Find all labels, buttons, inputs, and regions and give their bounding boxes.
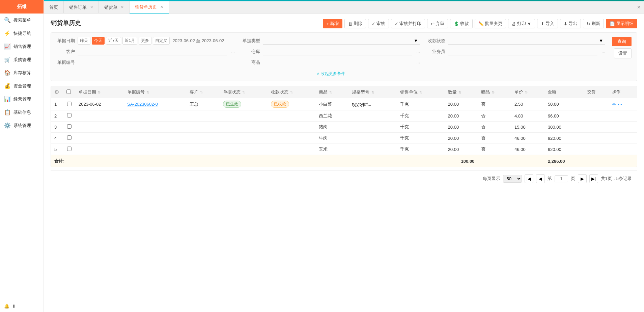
cell-checkbox[interactable]: [63, 144, 75, 155]
doc-no-input[interactable]: [78, 59, 145, 66]
cell-checkbox[interactable]: [63, 133, 75, 144]
audit-print-button[interactable]: ✓ 审核并打印: [391, 19, 425, 28]
filter-row-3: 单据编号 商品 ···: [56, 59, 605, 66]
tab-sales-history-close[interactable]: ✕: [160, 5, 163, 9]
sidebar-item-sys-mgmt[interactable]: ⚙️ 系统管理: [0, 119, 44, 132]
date-custom[interactable]: 自定义: [153, 37, 170, 45]
collapse-btn[interactable]: ∧ 收起更多条件: [56, 70, 605, 77]
payment-status-select[interactable]: ▼: [448, 37, 605, 45]
delete-button[interactable]: 🗑 删除: [344, 19, 366, 28]
salesperson-dots[interactable]: ···: [601, 49, 605, 54]
export-icon: ⬇: [564, 21, 567, 26]
import-icon: ⬆: [541, 21, 544, 26]
col-gift[interactable]: 赠品 ⇅: [478, 86, 511, 98]
new-button[interactable]: + 新增: [323, 19, 343, 28]
col-payment-status[interactable]: 收款状态 ⇅: [268, 86, 315, 98]
tab-home[interactable]: 首页: [44, 1, 64, 14]
customer-input[interactable]: [78, 48, 227, 55]
col-doc-date[interactable]: 单据日期 ⇅: [75, 86, 124, 98]
product-dots[interactable]: ···: [416, 60, 420, 65]
sidebar-item-search-menu[interactable]: 🔍 搜索菜单: [0, 14, 44, 27]
cell-checkbox[interactable]: [63, 122, 75, 133]
cell-product: 小白菜: [315, 98, 349, 110]
page-input[interactable]: [555, 175, 568, 182]
settings-button[interactable]: 设置: [614, 48, 632, 58]
sidebar-item-inventory[interactable]: 🏠 库存核算: [0, 66, 44, 79]
cell-doc-no[interactable]: [124, 110, 186, 122]
cell-transaction: [584, 98, 609, 110]
col-doc-no[interactable]: 单据编号 ⇅: [124, 86, 186, 98]
sidebar-footer-icon1[interactable]: 🔔: [4, 304, 9, 309]
sidebar-item-basic-info[interactable]: 📋 基础信息: [0, 106, 44, 119]
tab-close-all[interactable]: ✕: [637, 5, 644, 10]
tab-sales-order[interactable]: 销售订单 ✕: [64, 1, 99, 14]
warehouse-input[interactable]: [263, 48, 412, 55]
page-first-btn[interactable]: |◀: [525, 174, 533, 183]
col-doc-status[interactable]: 单据状态 ⇅: [220, 86, 268, 98]
total-info: 共1页，5条记录: [601, 176, 632, 182]
cell-doc-no[interactable]: [124, 133, 186, 144]
abandon-button[interactable]: ↩ 弃审: [427, 19, 448, 28]
table-settings-icon[interactable]: ⚙: [54, 89, 59, 95]
page-prev-btn[interactable]: ◀: [536, 174, 545, 183]
date-1month[interactable]: 近1月: [122, 37, 138, 45]
date-7days[interactable]: 近7天: [106, 37, 121, 45]
col-product[interactable]: 商品 ⇅: [315, 86, 349, 98]
cell-doc-no[interactable]: SA-20230602-0: [124, 98, 186, 110]
cell-checkbox[interactable]: [63, 110, 75, 122]
tab-sales-delivery-close[interactable]: ✕: [121, 5, 124, 9]
import-button[interactable]: ⬆ 导入: [537, 19, 558, 28]
cell-doc-status: [220, 144, 268, 155]
collect-icon: 💲: [454, 21, 459, 26]
date-yesterday[interactable]: 昨天: [78, 37, 90, 45]
sidebar-item-quick-nav[interactable]: ⚡ 快捷导航: [0, 27, 44, 40]
col-qty[interactable]: 数量 ⇅: [445, 86, 478, 98]
sidebar-item-sales-mgmt[interactable]: 📈 销售管理: [0, 40, 44, 53]
col-unit-price[interactable]: 单价 ⇅: [511, 86, 544, 98]
col-customer[interactable]: 客户 ⇅: [186, 86, 220, 98]
export-button[interactable]: ⬇ 导出: [560, 19, 581, 28]
sidebar-item-purchase-mgmt[interactable]: 🛒 采购管理: [0, 53, 44, 66]
doc-type-select[interactable]: ▼: [263, 37, 420, 45]
sidebar-item-finance[interactable]: 💰 资金管理: [0, 79, 44, 93]
warehouse-dots[interactable]: ···: [416, 49, 420, 54]
per-page-select[interactable]: 50 100 200: [503, 175, 522, 183]
select-all-checkbox[interactable]: [66, 89, 71, 94]
col-spec[interactable]: 规格型号 ⇅: [348, 86, 396, 98]
show-detail-button[interactable]: 📄 显示明细: [606, 19, 637, 28]
page-next-btn[interactable]: ▶: [578, 174, 587, 183]
table-row: 4牛肉千克20.00否46.00920.00: [51, 133, 637, 144]
tab-sales-order-close[interactable]: ✕: [90, 5, 93, 9]
filter-right-actions: 查询 设置: [612, 37, 632, 58]
tab-sales-history[interactable]: 销货单历史 ✕: [130, 1, 169, 14]
print-icon: 🖨: [512, 21, 516, 26]
more-icon[interactable]: ⋯: [618, 102, 622, 107]
print-button[interactable]: 🖨 打印 ▼: [508, 19, 535, 28]
sidebar: 拓维 🔍 搜索菜单 ⚡ 快捷导航 📈 销售管理 🛒 采购管理 🏠 库存核算 💰 …: [0, 0, 44, 312]
page-last-btn[interactable]: ▶|: [589, 174, 598, 183]
query-button[interactable]: 查询: [612, 37, 632, 46]
collect-button[interactable]: 💲 收款: [450, 19, 473, 28]
salesperson-input[interactable]: [448, 48, 597, 55]
customer-dots[interactable]: ···: [231, 49, 235, 54]
audit-button[interactable]: ✓ 审核: [368, 19, 389, 28]
tab-sales-delivery[interactable]: 销货单 ✕: [99, 1, 130, 14]
batch-change-button[interactable]: ✏️ 批量变更: [475, 19, 506, 28]
col-unit[interactable]: 销售单位 ⇅: [397, 86, 445, 98]
date-more[interactable]: 更多: [139, 37, 151, 45]
cell-customer: [186, 133, 220, 144]
edit-icon[interactable]: ✏: [612, 102, 616, 107]
refresh-button[interactable]: ↻ 刷新: [583, 19, 604, 28]
col-settings[interactable]: ⚙: [51, 86, 63, 98]
sidebar-footer-icon2[interactable]: ⏸: [12, 304, 17, 309]
date-today[interactable]: 今天: [92, 37, 105, 45]
cell-doc-no[interactable]: [124, 144, 186, 155]
doc-no-link[interactable]: SA-20230602-0: [127, 102, 158, 107]
cell-checkbox[interactable]: [63, 98, 75, 110]
cell-customer: [186, 144, 220, 155]
product-input[interactable]: [263, 59, 412, 66]
cell-product: 牛肉: [315, 133, 349, 144]
sidebar-item-operations[interactable]: 📊 经营管理: [0, 93, 44, 106]
basic-info-icon: 📋: [4, 109, 11, 115]
cell-doc-no[interactable]: [124, 122, 186, 133]
